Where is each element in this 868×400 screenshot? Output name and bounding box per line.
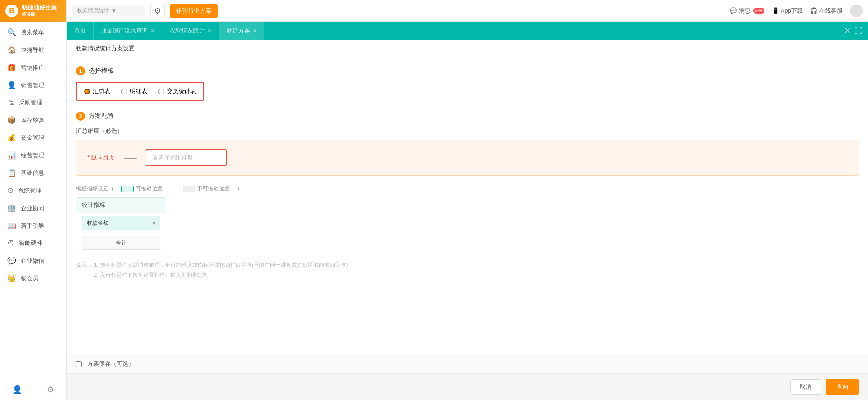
sidebar-item-marketing[interactable]: 🎁 营销推广 — [0, 59, 66, 76]
user-avatar-icon: 👤 — [12, 385, 22, 395]
gear-button[interactable]: ⚙ — [150, 4, 165, 18]
sidebar-item-finance[interactable]: 💰 资金管理 — [0, 129, 66, 146]
main-area: 收款情况统计 ▼ ⚙ 体验行业方案 💬 消息 99+ 📱 App下载 🎧 在线客… — [67, 0, 868, 400]
sidebar-item-basic-info[interactable]: 📋 基础信息 — [0, 164, 66, 182]
sidebar-item-member[interactable]: 👑 畅会员 — [0, 269, 66, 287]
dim-select[interactable]: 请选择分组维度 — [146, 149, 227, 166]
online-service-label: 在线客服 — [819, 7, 843, 15]
indicator-tag-receipt-amount[interactable]: 收款金额 ▾ — [82, 216, 160, 230]
purchase-icon: 🛍 — [7, 99, 14, 107]
indicators-section-header: 统计指标 — [76, 198, 166, 213]
logo-edition: 标准版 — [22, 11, 57, 18]
sidebar-bottom-settings[interactable]: ⚙ — [47, 385, 54, 395]
app-download-btn[interactable]: 📱 App下载 — [772, 7, 803, 15]
sidebar-item-smart-hw[interactable]: ⏱ 智能硬件 — [0, 235, 66, 252]
sidebar-item-enterprise[interactable]: 🏢 企业协同 — [0, 199, 66, 217]
online-service-btn[interactable]: 🎧 在线客服 — [810, 7, 843, 15]
query-button[interactable]: 查询 — [826, 379, 859, 395]
tips-section: 提示： 1. 拖动标题栏可以调整布局，不可跨维度或指标区域拖动栏目字段(只能在同… — [76, 260, 859, 280]
sidebar-item-label: 营销推广 — [21, 64, 44, 72]
step1-header: 1 选择模板 — [76, 66, 859, 75]
sidebar-item-quick-nav[interactable]: 🏠 快捷导航 — [0, 41, 66, 59]
indicator-tag-label: 收款金额 — [87, 219, 108, 227]
indicators-section: 模板指标设定（ 可拖动位置 不可拖动位置 ） — [76, 185, 859, 253]
sidebar-item-system[interactable]: ⚙ 系统管理 — [0, 182, 66, 199]
tab-fullscreen-btn[interactable]: ⛶ — [854, 26, 863, 36]
tab-bank-flow[interactable]: 现金银行流水查询 ✕ — [94, 22, 162, 40]
quick-nav-icon: 🏠 — [7, 46, 16, 54]
draggable-legend-icon — [121, 186, 134, 192]
tab-close-all-btn[interactable]: ✕ — [844, 26, 851, 36]
radio-cross[interactable]: 交叉统计表 — [158, 87, 196, 95]
radio-cross-label: 交叉统计表 — [167, 87, 196, 95]
sidebar-item-wechat[interactable]: 💬 企业微信 — [0, 252, 66, 269]
top-right: 💬 消息 99+ 📱 App下载 🎧 在线客服 — [730, 5, 863, 17]
sidebar-item-label: 库存核算 — [21, 116, 44, 124]
tab-home-label: 首页 — [74, 27, 86, 35]
step2-number: 2 — [76, 112, 85, 121]
sidebar-item-label: 基础信息 — [21, 169, 44, 177]
industry-btn[interactable]: 体验行业方案 — [170, 4, 218, 18]
sidebar-item-label: 快捷导航 — [21, 46, 44, 54]
tip-line-2: 提示： 2. 点击标题栏下拉可设置排序、插入列和删除列 — [76, 270, 859, 280]
app-download-icon: 📱 — [772, 7, 779, 14]
sidebar-logo: B 畅捷通好生意 标准版 — [0, 0, 66, 22]
top-nav: 收款情况统计 ▼ ⚙ 体验行业方案 💬 消息 99+ 📱 App下载 🎧 在线客… — [67, 0, 868, 22]
page-title-bar: 收款情况统计方案设置 — [67, 40, 868, 57]
tab-receipt-stat[interactable]: 收款情况统计 ✕ — [162, 22, 219, 40]
cancel-button[interactable]: 取消 — [790, 379, 821, 395]
tab-new-plan-close[interactable]: ✕ — [253, 28, 257, 34]
notification-icon: 💬 — [730, 7, 737, 14]
member-icon: 👑 — [7, 274, 16, 282]
tab-home[interactable]: 首页 — [67, 22, 94, 40]
radio-summary-input[interactable] — [84, 89, 90, 94]
sidebar-item-label: 企业微信 — [21, 257, 44, 265]
fixed-legend-icon — [183, 186, 195, 192]
save-label: 方案保存（可选） — [87, 360, 134, 368]
sidebar-item-search-menu[interactable]: 🔍 搜索菜单 — [0, 24, 66, 41]
save-checkbox[interactable] — [76, 361, 82, 367]
sidebar-item-label: 畅会员 — [21, 274, 38, 282]
indicator-sub-total: 合计 — [82, 236, 160, 250]
indicators-table: 统计指标 收款金额 ▾ 合计 — [76, 197, 166, 253]
sidebar-item-purchase[interactable]: 🛍 采购管理 — [0, 94, 66, 111]
indicator-sub-label: 合计 — [116, 240, 127, 246]
vertical-dim-label: * 纵向维度 — [87, 154, 115, 162]
radio-detail[interactable]: 明细表 — [121, 87, 147, 95]
tip-2-text: 2. 点击标题栏下拉可设置排序、插入列和删除列 — [94, 270, 208, 280]
indicator-tags-row: 收款金额 ▾ — [76, 213, 166, 233]
user-avatar[interactable] — [850, 5, 863, 17]
inventory-icon: 📦 — [7, 116, 16, 124]
step2-header: 2 方案配置 — [76, 112, 859, 121]
indicator-dropdown-icon[interactable]: ▾ — [153, 220, 156, 226]
sidebar-item-sales[interactable]: 👤 销售管理 — [0, 76, 66, 94]
notification-btn[interactable]: 💬 消息 99+ — [730, 7, 764, 15]
tab-right-controls: ✕ ⛶ — [844, 26, 868, 36]
radio-detail-input[interactable] — [121, 89, 127, 94]
sidebar-bottom-user[interactable]: 👤 — [12, 385, 22, 395]
radio-summary-label: 汇总表 — [93, 87, 110, 95]
sales-icon: 👤 — [7, 81, 16, 89]
radio-detail-label: 明细表 — [130, 87, 147, 95]
sidebar-item-beginner[interactable]: 📖 新手引导 — [0, 217, 66, 235]
finance-icon: 💰 — [7, 133, 16, 142]
tab-new-plan[interactable]: 新建方案 ✕ — [219, 22, 264, 40]
sidebar-item-label: 资金管理 — [21, 134, 44, 142]
sidebar-item-label: 企业协同 — [21, 204, 44, 212]
sidebar-item-operations[interactable]: 📊 经营管理 — [0, 146, 66, 164]
tab-bank-flow-close[interactable]: ✕ — [151, 28, 155, 34]
tab-receipt-stat-close[interactable]: ✕ — [208, 28, 212, 34]
dim-arrow: —— — [124, 154, 137, 161]
basic-info-icon: 📋 — [7, 169, 16, 177]
notification-badge: 99+ — [753, 8, 764, 14]
wechat-icon: 💬 — [7, 256, 16, 265]
step1-label: 选择模板 — [89, 67, 114, 75]
legend-draggable: 可拖动位置 — [121, 185, 163, 193]
sidebar: B 畅捷通好生意 标准版 🔍 搜索菜单 🏠 快捷导航 🎁 营销推广 👤 销售管理… — [0, 0, 67, 400]
radio-summary[interactable]: 汇总表 — [84, 87, 110, 95]
radio-cross-input[interactable] — [158, 89, 164, 94]
system-icon: ⚙ — [7, 186, 14, 195]
marketing-icon: 🎁 — [7, 63, 16, 72]
tip-1-text: 1. 拖动标题栏可以调整布局，不可跨维度或指标区域拖动栏目字段(只能在同一维度或… — [94, 260, 348, 270]
sidebar-item-inventory[interactable]: 📦 库存核算 — [0, 111, 66, 129]
